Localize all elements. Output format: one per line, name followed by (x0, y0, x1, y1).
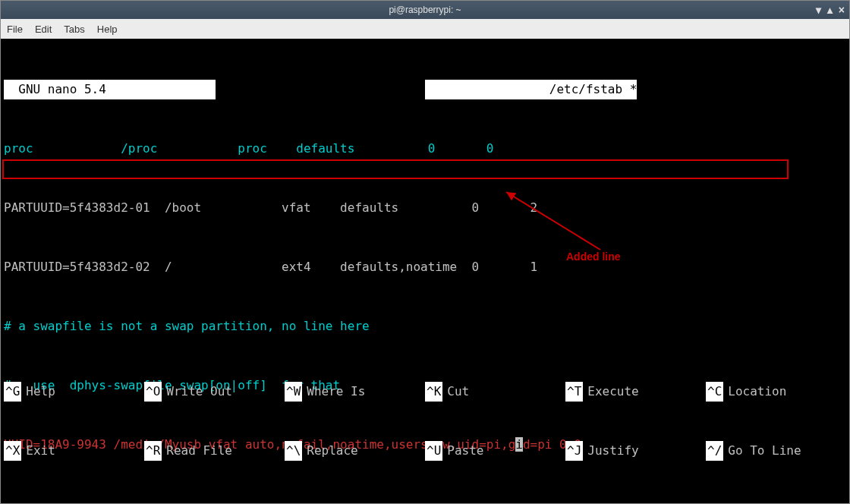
annotation-box (2, 159, 789, 179)
help-label: Go To Line (728, 441, 801, 461)
help-label: Exit (26, 441, 55, 461)
help-label: Replace (307, 441, 357, 461)
maximize-button[interactable]: ▴ (827, 4, 833, 16)
help-key: ^G (4, 382, 21, 402)
help-label: Justify (587, 441, 638, 461)
fstab-comment-1: # a swapfile is not a swap partition, no… (4, 317, 846, 336)
help-key: ^O (144, 382, 162, 402)
help-label: Execute (587, 382, 638, 402)
nano-help-bar: ^GHelp ^OWrite Out ^WWhere Is ^KCut ^TEx… (4, 342, 846, 500)
help-key: ^\ (285, 441, 302, 461)
menubar: File Edit Tabs Help (1, 19, 849, 39)
fstab-line-3: PARTUUID=5f4383d2-02 / ext4 defaults,noa… (4, 257, 846, 277)
window-title: pi@raspberrypi: ~ (389, 5, 461, 15)
close-button[interactable]: × (839, 4, 845, 16)
window-frame: pi@raspberrypi: ~ ▾ ▴ × File Edit Tabs H… (0, 0, 850, 504)
help-key: ^T (565, 382, 583, 402)
titlebar[interactable]: pi@raspberrypi: ~ ▾ ▴ × (1, 1, 849, 19)
help-key: ^J (565, 441, 583, 461)
help-key: ^U (425, 441, 442, 461)
help-label: Read File (166, 441, 232, 461)
help-key: ^/ (706, 441, 723, 461)
help-row-2: ^XExit ^RRead File ^\Replace ^UPaste ^JJ… (4, 441, 846, 461)
help-label: Help (26, 382, 55, 402)
help-key: ^R (144, 441, 162, 461)
help-label: Location (728, 382, 786, 402)
menu-edit[interactable]: Edit (35, 24, 52, 35)
help-key: ^X (4, 441, 21, 461)
fstab-line-1: proc /proc proc defaults 0 0 (4, 139, 846, 159)
menu-tabs[interactable]: Tabs (64, 24, 84, 35)
help-label: Paste (447, 441, 483, 461)
terminal-area[interactable]: GNU nano 5.4 /etc/fstab * proc /proc pro… (1, 39, 849, 503)
help-key: ^C (706, 382, 723, 402)
window-controls: ▾ ▴ × (816, 4, 845, 16)
nano-header: GNU nano 5.4 /etc/fstab * (4, 80, 846, 99)
help-label: Cut (447, 382, 469, 402)
help-label: Where Is (307, 382, 365, 402)
minimize-button[interactable]: ▾ (816, 4, 821, 16)
nano-filename: /etc/fstab * (425, 80, 637, 99)
menu-help[interactable]: Help (97, 24, 118, 35)
help-key: ^K (425, 382, 442, 402)
menu-file[interactable]: File (7, 24, 23, 35)
nano-app-name: GNU nano 5.4 (4, 80, 216, 99)
help-row-1: ^GHelp ^OWrite Out ^WWhere Is ^KCut ^TEx… (4, 382, 846, 402)
help-key: ^W (285, 382, 302, 402)
fstab-line-2: PARTUUID=5f4383d2-01 /boot vfat defaults… (4, 198, 846, 218)
help-label: Write Out (166, 382, 232, 402)
annotation-label: Added line (566, 247, 621, 266)
